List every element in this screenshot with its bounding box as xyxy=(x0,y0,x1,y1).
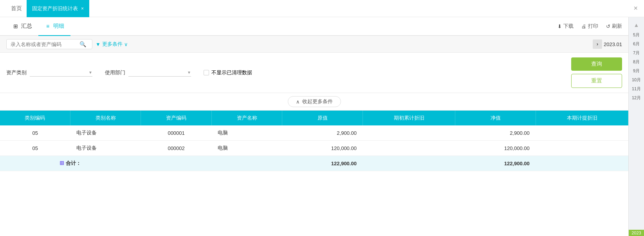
total-label: ⊞合计： xyxy=(0,156,141,171)
tab-detail[interactable]: ≡ 明细 xyxy=(38,17,70,36)
col-accumulated-dep: 期初累计折旧 xyxy=(363,111,455,125)
tab-action-bar: ⬇ 下载 🖨 打印 ↺ 刷新 xyxy=(557,23,622,30)
download-label: 下载 xyxy=(563,23,574,30)
asset-category-label: 资产类别 xyxy=(6,69,27,76)
cell-asset-code: 000001 xyxy=(141,125,211,141)
search-bar: 🔍 ▼ 更多条件 ∨ › 2023.01 xyxy=(0,36,628,53)
col-original-value: 原值 xyxy=(282,111,363,125)
cell-current-dep xyxy=(536,141,628,156)
search-input-wrap[interactable]: 🔍 xyxy=(6,39,92,49)
cell-original-value: 120,000.00 xyxy=(282,141,363,156)
hide-cleared-checkbox[interactable]: 不显示已清理数据 xyxy=(204,69,252,76)
asset-category-select[interactable]: ▼ xyxy=(30,69,92,77)
total-accumulated-dep xyxy=(363,156,455,171)
cell-category-name: 电子设备 xyxy=(70,141,141,156)
department-filter: 使用部门 ▼ xyxy=(105,69,191,77)
total-net-value: 122,900.00 xyxy=(455,156,536,171)
date-nav: › 2023.01 xyxy=(593,39,622,49)
data-table-wrap: 类别编码 类别名称 资产编码 资产名称 原值 期初累计折旧 净值 本期计提折旧 … xyxy=(0,111,628,236)
sidebar-month-item[interactable]: 12月 xyxy=(632,93,641,102)
filter-actions: 查询 重置 xyxy=(571,57,622,88)
sidebar-month-item[interactable]: 8月 xyxy=(632,57,641,66)
cell-accumulated-dep xyxy=(363,125,455,141)
hide-cleared-box[interactable] xyxy=(204,70,209,75)
collapse-up-icon: ∧ xyxy=(296,99,300,105)
tab-summary-label: 汇总 xyxy=(21,23,32,30)
right-sidebar: ▲ 5月6月7月8月9月10月11月12月 2023 xyxy=(628,17,644,236)
more-filters-label: 更多条件 xyxy=(102,41,123,48)
download-button[interactable]: ⬇ 下载 xyxy=(557,23,574,30)
total-icon: ⊞ xyxy=(60,160,64,166)
asset-category-arrow: ▼ xyxy=(88,70,92,75)
sidebar-year-badge: 2023 xyxy=(629,230,644,236)
col-current-dep: 本期计提折旧 xyxy=(536,111,628,125)
sidebar-month-item[interactable]: 11月 xyxy=(632,84,641,93)
search-icon: 🔍 xyxy=(79,41,86,47)
asset-category-filter: 资产类别 ▼ xyxy=(6,69,92,77)
hide-cleared-label: 不显示已清理数据 xyxy=(211,69,252,76)
sidebar-month-item[interactable]: 5月 xyxy=(632,30,641,39)
collapse-bar: ∧ 收起更多条件 xyxy=(0,93,628,111)
cell-net-value: 2,900.00 xyxy=(455,125,536,141)
total-row: ⊞合计： 122,900.00 122,900.00 xyxy=(0,156,628,171)
sidebar-month-item[interactable]: 10月 xyxy=(632,75,641,84)
collapse-button[interactable]: ∧ 收起更多条件 xyxy=(288,96,341,107)
table-row: 05 电子设备 000001 电脑 2,900.00 2,900.00 xyxy=(0,125,628,141)
detail-icon: ≡ xyxy=(45,23,51,29)
sidebar-scroll-up[interactable]: ▲ xyxy=(632,20,641,30)
filter-row: 资产类别 ▼ 使用部门 ▼ 不显示已清理数据 查询 重置 xyxy=(0,53,628,93)
print-label: 打印 xyxy=(588,23,598,30)
tab-summary[interactable]: ⊞ 汇总 xyxy=(6,17,38,36)
tab-close-icon[interactable]: × xyxy=(81,6,84,11)
sidebar-month-item[interactable]: 6月 xyxy=(632,39,641,48)
refresh-button[interactable]: ↺ 刷新 xyxy=(606,23,622,30)
search-input[interactable] xyxy=(11,41,77,47)
total-current-dep xyxy=(536,156,628,171)
cell-category-name: 电子设备 xyxy=(70,125,141,141)
date-prev-button[interactable]: › xyxy=(593,39,602,49)
reset-button[interactable]: 重置 xyxy=(571,74,622,88)
top-nav: 首页 固定资产折旧统计表 × × xyxy=(0,0,644,17)
filter-icon: ▼ xyxy=(96,41,101,47)
download-icon: ⬇ xyxy=(557,23,562,29)
print-button[interactable]: 🖨 打印 xyxy=(581,23,598,30)
tab-detail-label: 明细 xyxy=(53,23,64,30)
cell-accumulated-dep xyxy=(363,141,455,156)
home-nav[interactable]: 首页 xyxy=(6,5,27,12)
refresh-icon: ↺ xyxy=(606,23,610,29)
print-icon: 🖨 xyxy=(581,23,586,29)
sub-tabs-bar: ⊞ 汇总 ≡ 明细 ⬇ 下载 🖨 打印 ↺ 刷新 xyxy=(0,17,628,36)
chevron-down-icon: ∨ xyxy=(124,41,128,47)
data-table: 类别编码 类别名称 资产编码 资产名称 原值 期初累计折旧 净值 本期计提折旧 … xyxy=(0,111,628,171)
department-label: 使用部门 xyxy=(105,69,125,76)
window-close-button[interactable]: × xyxy=(633,4,638,13)
cell-original-value: 2,900.00 xyxy=(282,125,363,141)
col-asset-code: 资产编码 xyxy=(141,111,211,125)
cell-net-value: 120,000.00 xyxy=(455,141,536,156)
department-arrow: ▼ xyxy=(187,70,191,75)
query-button[interactable]: 查询 xyxy=(571,57,622,71)
more-filters-button[interactable]: ▼ 更多条件 ∨ xyxy=(96,41,128,48)
cell-asset-name: 电脑 xyxy=(211,125,282,141)
content-panel: ⊞ 汇总 ≡ 明细 ⬇ 下载 🖨 打印 ↺ 刷新 xyxy=(0,17,628,236)
col-net-value: 净值 xyxy=(455,111,536,125)
cell-current-dep xyxy=(536,125,628,141)
col-category-code: 类别编码 xyxy=(0,111,70,125)
sidebar-month-item[interactable]: 9月 xyxy=(632,66,641,75)
sidebar-month-item[interactable]: 7月 xyxy=(632,48,641,57)
table-header-row: 类别编码 类别名称 资产编码 资产名称 原值 期初累计折旧 净值 本期计提折旧 xyxy=(0,111,628,125)
total-original-value: 122,900.00 xyxy=(282,156,363,171)
collapse-label: 收起更多条件 xyxy=(302,98,333,105)
col-asset-name: 资产名称 xyxy=(211,111,282,125)
department-select[interactable]: ▼ xyxy=(128,69,191,77)
refresh-label: 刷新 xyxy=(612,23,622,30)
tab-label: 固定资产折旧统计表 xyxy=(32,5,78,12)
date-label: 2023.01 xyxy=(604,41,622,47)
table-row: 05 电子设备 000002 电脑 120,000.00 120,000.00 xyxy=(0,141,628,156)
col-category-name: 类别名称 xyxy=(70,111,141,125)
cell-asset-name: 电脑 xyxy=(211,141,282,156)
main-area: ⊞ 汇总 ≡ 明细 ⬇ 下载 🖨 打印 ↺ 刷新 xyxy=(0,17,644,236)
active-tab[interactable]: 固定资产折旧统计表 × xyxy=(27,0,89,17)
cell-asset-code: 000002 xyxy=(141,141,211,156)
cell-category-code: 05 xyxy=(0,141,70,156)
